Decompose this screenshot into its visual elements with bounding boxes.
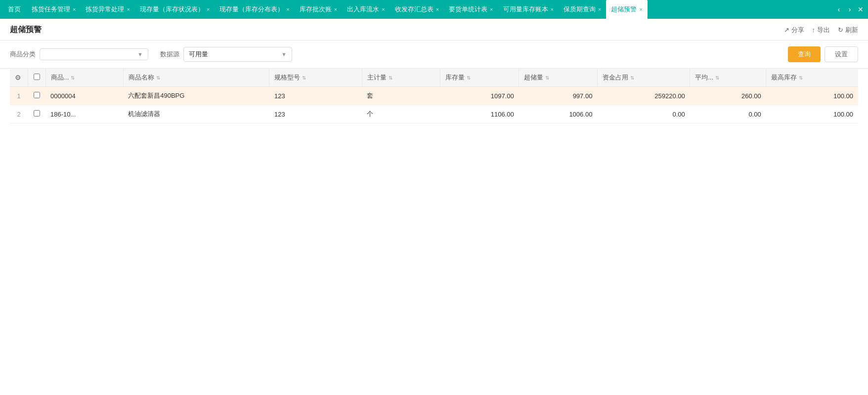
page-title: 超储预警: [10, 25, 42, 35]
query-button[interactable]: 查询: [788, 46, 821, 62]
category-label: 商品分类: [10, 50, 36, 59]
settings-button[interactable]: 设置: [825, 46, 858, 62]
select-all-checkbox[interactable]: [34, 74, 40, 80]
nav-tab-7[interactable]: 要货单统计表×: [444, 0, 498, 19]
nav-tab-10[interactable]: 超储预警×: [606, 0, 647, 19]
nav-tab-label: 保质期查询: [564, 5, 596, 14]
th-spec[interactable]: 规格型号⇅: [269, 69, 362, 87]
top-nav: 首页 拣货任务管理×拣货异常处理×现存量（库存状况表）×现存量（库存分布表）×库…: [0, 0, 868, 19]
nav-tab-9[interactable]: 保质期查询×: [559, 0, 606, 19]
row-num: 2: [10, 105, 28, 123]
sort-icon-code: ⇅: [71, 75, 75, 80]
nav-prev-arrow[interactable]: ‹: [833, 0, 844, 19]
row-over: 997.00: [519, 87, 598, 105]
export-icon: ↑: [812, 26, 816, 34]
data-table: ⚙ 商品...⇅ 商品名称⇅ 规格型号⇅ 主计量⇅: [10, 69, 858, 123]
nav-tab-close[interactable]: ×: [436, 6, 439, 12]
row-spec: 123: [269, 87, 362, 105]
nav-home[interactable]: 首页: [2, 5, 27, 14]
nav-tab-label: 拣货异常处理: [86, 5, 124, 14]
nav-next-arrow[interactable]: ›: [844, 0, 855, 19]
share-button[interactable]: ↗ 分享: [784, 26, 804, 35]
nav-tab-0[interactable]: 拣货任务管理×: [27, 0, 81, 19]
datasource-filter: 数据源 可用量 ▼: [160, 47, 292, 62]
row-checkbox[interactable]: [34, 92, 40, 98]
th-unit[interactable]: 主计量⇅: [362, 69, 440, 87]
nav-tab-4[interactable]: 库存批次账×: [295, 0, 342, 19]
table-body: 1 0000004 六配套新昌490BPG 123 套 1097.00 997.…: [10, 87, 858, 123]
table-row: 1 0000004 六配套新昌490BPG 123 套 1097.00 997.…: [10, 87, 858, 105]
nav-tab-label: 拣货任务管理: [32, 5, 70, 14]
row-code: 0000004: [45, 87, 123, 105]
sort-icon-stock: ⇅: [467, 75, 471, 80]
th-over[interactable]: 超储量⇅: [519, 69, 598, 87]
nav-tab-close[interactable]: ×: [73, 6, 76, 12]
row-over: 1006.00: [519, 105, 598, 123]
datasource-select-value: 可用量: [189, 50, 208, 59]
row-unit: 个: [362, 105, 440, 123]
th-settings: ⚙: [10, 69, 28, 87]
row-checkbox[interactable]: [34, 110, 40, 117]
th-capital[interactable]: 资金占用⇅: [597, 69, 690, 87]
refresh-button[interactable]: ↻ 刷新: [838, 26, 858, 35]
nav-tab-8[interactable]: 可用量库存账本×: [498, 0, 559, 19]
row-checkbox-cell: [28, 87, 45, 105]
sort-icon-unit: ⇅: [389, 75, 392, 80]
export-button[interactable]: ↑ 导出: [812, 26, 830, 35]
row-code: 186-10...: [45, 105, 123, 123]
row-unit: 套: [362, 87, 440, 105]
nav-tab-label: 要货单统计表: [449, 5, 487, 14]
nav-tab-5[interactable]: 出入库流水×: [342, 0, 390, 19]
row-max: 100.00: [766, 87, 858, 105]
category-filter: 商品分类 ▼: [10, 48, 148, 60]
datasource-select[interactable]: 可用量 ▼: [183, 47, 292, 62]
nav-tab-label: 收发存汇总表: [395, 5, 434, 14]
nav-tab-close[interactable]: ×: [551, 6, 554, 12]
nav-tab-3[interactable]: 现存量（库存分布表）×: [215, 0, 294, 19]
nav-tab-close[interactable]: ×: [286, 6, 289, 12]
th-name[interactable]: 商品名称⇅: [123, 69, 269, 87]
filter-bar: 商品分类 ▼ 数据源 可用量 ▼ 查询 设置: [0, 40, 868, 68]
row-stock: 1097.00: [440, 87, 519, 105]
page-header: 超储预警 ↗ 分享 ↑ 导出 ↻ 刷新: [0, 19, 868, 40]
filter-actions: 查询 设置: [788, 46, 858, 62]
th-code[interactable]: 商品...⇅: [45, 69, 123, 87]
nav-tab-label: 可用量库存账本: [503, 5, 548, 14]
nav-tab-close[interactable]: ×: [207, 6, 210, 12]
th-avg[interactable]: 平均...⇅: [690, 69, 766, 87]
nav-tab-close[interactable]: ×: [639, 6, 642, 12]
nav-tab-6[interactable]: 收发存汇总表×: [390, 0, 444, 19]
category-dropdown-icon: ▼: [137, 51, 143, 57]
gear-icon[interactable]: ⚙: [15, 74, 21, 81]
nav-tab-close[interactable]: ×: [490, 6, 493, 12]
sort-icon-capital: ⇅: [630, 75, 634, 80]
nav-tab-label: 库存批次账: [300, 5, 332, 14]
nav-tab-label: 超储预警: [611, 5, 637, 14]
nav-tab-2[interactable]: 现存量（库存状况表）×: [135, 0, 215, 19]
sort-icon-spec: ⇅: [302, 75, 306, 80]
category-select[interactable]: ▼: [40, 48, 148, 60]
th-stock[interactable]: 库存量⇅: [440, 69, 519, 87]
sort-icon-over: ⇅: [545, 75, 549, 80]
row-capital: 259220.00: [597, 87, 690, 105]
sort-icon-name: ⇅: [156, 75, 160, 80]
row-capital: 0.00: [597, 105, 690, 123]
page-content: 超储预警 ↗ 分享 ↑ 导出 ↻ 刷新 商品分类 ▼ 数据源: [0, 19, 868, 395]
row-avg: 0.00: [690, 105, 766, 123]
header-actions: ↗ 分享 ↑ 导出 ↻ 刷新: [784, 26, 859, 35]
row-num: 1: [10, 87, 28, 105]
nav-tab-close[interactable]: ×: [334, 6, 337, 12]
nav-tab-close[interactable]: ×: [598, 6, 601, 12]
nav-tab-label: 出入库流水: [347, 5, 379, 14]
table-header-row: ⚙ 商品...⇅ 商品名称⇅ 规格型号⇅ 主计量⇅: [10, 69, 858, 87]
nav-more-arrow[interactable]: ✕: [855, 0, 866, 19]
th-max[interactable]: 最高库存⇅: [766, 69, 858, 87]
nav-tab-close[interactable]: ×: [127, 6, 130, 12]
table-row: 2 186-10... 机油滤清器 123 个 1106.00 1006.00 …: [10, 105, 858, 123]
nav-tab-close[interactable]: ×: [382, 6, 385, 12]
nav-tab-label: 现存量（库存分布表）: [219, 5, 284, 14]
sort-icon-avg: ⇅: [715, 75, 719, 80]
refresh-icon: ↻: [838, 26, 843, 34]
th-checkbox: [28, 69, 45, 87]
nav-tab-1[interactable]: 拣货异常处理×: [81, 0, 134, 19]
